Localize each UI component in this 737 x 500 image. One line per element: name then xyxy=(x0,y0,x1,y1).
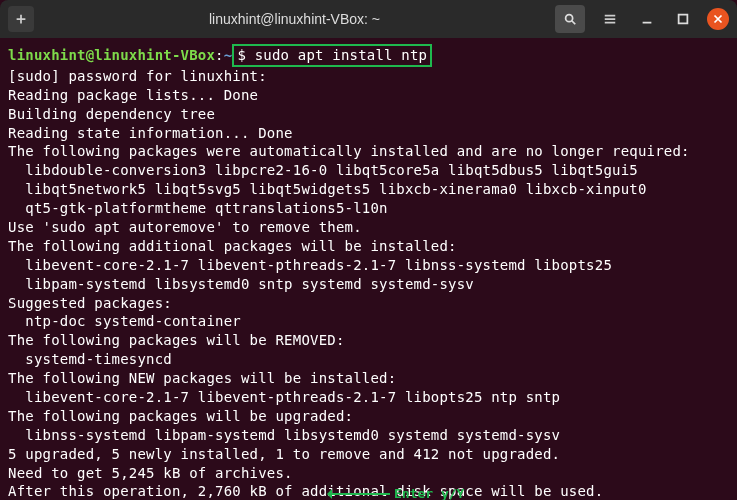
annotation-label: Enter y/Y xyxy=(330,486,464,500)
output-line: After this operation, 2,760 kB of additi… xyxy=(8,483,603,499)
output-line: Reading state information... Done xyxy=(8,125,293,141)
window-title: linuxhint@linuxhint-VBox: ~ xyxy=(40,11,549,27)
svg-rect-1 xyxy=(679,15,688,24)
output-line: libevent-core-2.1-7 libevent-pthreads-2.… xyxy=(8,257,612,273)
output-line: [sudo] password for linuxhint: xyxy=(8,68,267,84)
prompt-user-host: linuxhint@linuxhint-VBox xyxy=(8,47,215,63)
plus-icon xyxy=(14,12,28,26)
maximize-button[interactable] xyxy=(671,7,695,31)
output-line: Reading package lists... Done xyxy=(8,87,258,103)
output-line: Use 'sudo apt autoremove' to remove them… xyxy=(8,219,362,235)
minimize-button[interactable] xyxy=(635,7,659,31)
command-highlight-box: $ sudo apt install ntp xyxy=(232,44,432,67)
prompt-path: ~ xyxy=(224,47,233,63)
output-line: libqt5network5 libqt5svg5 libqt5widgets5… xyxy=(8,181,647,197)
titlebar: linuxhint@linuxhint-VBox: ~ xyxy=(0,0,737,38)
output-line: libevent-core-2.1-7 libevent-pthreads-2.… xyxy=(8,389,560,405)
output-line: The following additional packages will b… xyxy=(8,238,457,254)
output-line: The following NEW packages will be insta… xyxy=(8,370,396,386)
close-button[interactable] xyxy=(707,8,729,30)
output-line: Need to get 5,245 kB of archives. xyxy=(8,465,293,481)
output-line: The following packages were automaticall… xyxy=(8,143,690,159)
output-line: libnss-systemd libpam-systemd libsystemd… xyxy=(8,427,560,443)
minimize-icon xyxy=(640,12,654,26)
output-line: libdouble-conversion3 libpcre2-16-0 libq… xyxy=(8,162,638,178)
output-line: Suggested packages: xyxy=(8,295,172,311)
output-line: 5 upgraded, 5 newly installed, 1 to remo… xyxy=(8,446,560,462)
output-line: systemd-timesyncd xyxy=(8,351,172,367)
hamburger-icon xyxy=(603,12,617,26)
close-icon xyxy=(711,12,725,26)
prompt-separator: : xyxy=(215,47,224,63)
output-line: Building dependency tree xyxy=(8,106,215,122)
svg-point-0 xyxy=(566,15,573,22)
output-line: The following packages will be REMOVED: xyxy=(8,332,345,348)
new-tab-button[interactable] xyxy=(8,6,34,32)
terminal-output[interactable]: linuxhint@linuxhint-VBox:~$ sudo apt ins… xyxy=(0,38,737,500)
search-icon xyxy=(563,12,577,26)
output-line: ntp-doc systemd-container xyxy=(8,313,241,329)
command-text: $ sudo apt install ntp xyxy=(237,47,427,63)
output-line: libpam-systemd libsystemd0 sntp systemd … xyxy=(8,276,474,292)
output-line: The following packages will be upgraded: xyxy=(8,408,353,424)
hamburger-menu-button[interactable] xyxy=(597,12,623,26)
search-button[interactable] xyxy=(555,5,585,33)
maximize-icon xyxy=(676,12,690,26)
output-line: qt5-gtk-platformtheme qttranslations5-l1… xyxy=(8,200,388,216)
annotation-text: Enter y/Y xyxy=(394,486,464,500)
arrow-icon xyxy=(330,493,390,495)
